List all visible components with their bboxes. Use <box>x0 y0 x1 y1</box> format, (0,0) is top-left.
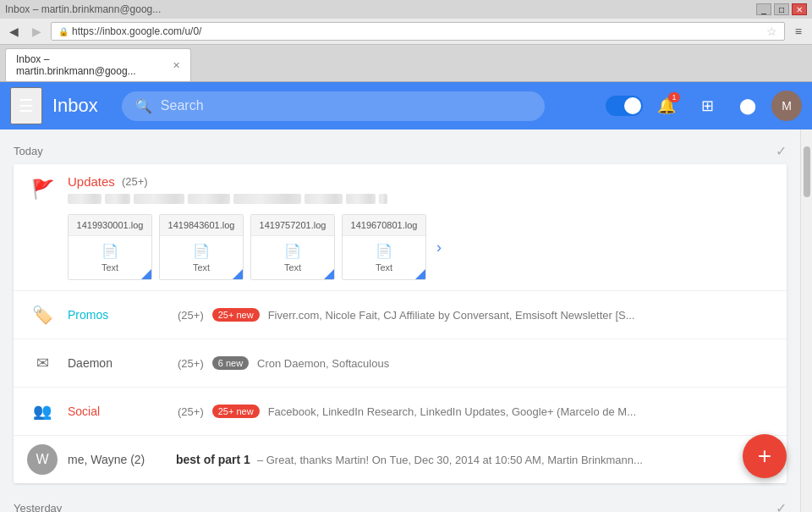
active-tab[interactable]: Inbox – martin.brinkmann@goog... ✕ <box>5 48 191 81</box>
me-snippet: – Great, thanks Martin! On Tue, Dec 30, … <box>257 454 643 466</box>
window-controls: _ □ ✕ <box>756 3 807 15</box>
search-input[interactable] <box>161 98 531 113</box>
updates-title-row: Updates (25+) <box>68 174 773 189</box>
me-subject: best of part 1 <box>176 453 250 466</box>
social-people-icon: 👥 <box>33 402 52 421</box>
attachment-type-0: Text <box>102 262 118 273</box>
attachment-card-3[interactable]: 1419670801.log 📄 Text <box>342 214 426 280</box>
maximize-button[interactable]: □ <box>774 3 789 15</box>
flag-icon: 🚩 <box>31 179 54 201</box>
top-navigation: ☰ Inbox 🔍 🔔 1 ⊞ ⬤ M <box>0 82 812 129</box>
user-avatar[interactable]: M <box>771 91 802 121</box>
bookmark-star-icon[interactable]: ☆ <box>766 25 777 38</box>
compose-fab-button[interactable]: + <box>743 434 787 478</box>
envelope-icon: ✉ <box>36 354 49 372</box>
social-row[interactable]: 👥 Social (25+) 25+ new Facebook, LinkedI… <box>14 388 787 436</box>
attachment-preview-3: 📄 Text <box>343 236 425 279</box>
content-area: Today ✓ 🚩 Updates (25+) <box>0 129 800 512</box>
section-check-icon[interactable]: ✓ <box>776 143 787 159</box>
daemon-count: (25+) <box>178 357 204 370</box>
compose-plus-icon: + <box>758 443 771 470</box>
doc-icon-2: 📄 <box>284 243 301 259</box>
circle-button[interactable]: ⬤ <box>731 89 765 123</box>
scrollbar[interactable] <box>800 129 812 512</box>
updates-preview-text <box>68 194 773 207</box>
today-label: Today <box>14 145 43 157</box>
nav-actions: 🔔 1 ⊞ ⬤ M <box>606 89 802 123</box>
daemon-new-badge: 6 new <box>212 356 249 370</box>
daemon-senders: Cron Daemon, Softaculous <box>257 357 389 370</box>
notification-badge: 1 <box>668 92 680 102</box>
browser-title-text: Inbox – martin.brinkmann@goog... <box>5 3 161 15</box>
daemon-envelope-icon: ✉ <box>27 348 58 378</box>
apps-grid-button[interactable]: ⊞ <box>690 89 724 123</box>
doc-icon-1: 📄 <box>193 243 210 259</box>
attachment-card-1[interactable]: 1419843601.log 📄 Text <box>159 214 244 280</box>
inbox-toggle[interactable] <box>606 96 643 116</box>
promos-title: Promos <box>68 308 169 322</box>
yesterday-section: Yesterday ✓ <box>14 490 787 512</box>
attachment-preview-0: 📄 Text <box>69 236 151 279</box>
attachment-type-3: Text <box>376 262 392 273</box>
social-icon-wrap: 👥 <box>27 396 58 427</box>
attachment-filename-2: 1419757201.log <box>251 215 334 236</box>
attachment-preview-2: 📄 Text <box>251 236 334 279</box>
attach-corner-1 <box>233 269 243 279</box>
daemon-row[interactable]: ✉ Daemon (25+) 6 new Cron Daemon, Softac… <box>14 339 787 388</box>
me-senders: me, Wayne (2) <box>68 453 169 466</box>
promos-content: Promos (25+) 25+ new Fiverr.com, Nicole … <box>68 308 773 322</box>
attachment-card-0[interactable]: 1419930001.log 📄 Text <box>68 214 152 280</box>
tag-icon: 🏷️ <box>32 305 53 325</box>
more-attachments-indicator: › <box>433 214 445 280</box>
close-button[interactable]: ✕ <box>792 3 807 15</box>
promos-tag-icon: 🏷️ <box>27 300 58 330</box>
hamburger-menu-button[interactable]: ☰ <box>10 87 42 124</box>
attachment-preview-1: 📄 Text <box>160 236 243 279</box>
search-bar[interactable]: 🔍 <box>122 91 545 121</box>
url-text: https://inbox.google.com/u/0/ <box>72 25 201 37</box>
forward-button[interactable]: ▶ <box>28 23 46 40</box>
avatar-initials: M <box>782 99 792 113</box>
attachment-filename-3: 1419670801.log <box>343 215 425 236</box>
attachment-filename-0: 1419930001.log <box>69 215 151 236</box>
app-title: Inbox <box>52 95 98 117</box>
notifications-button[interactable]: 🔔 1 <box>650 89 683 123</box>
tab-bar: Inbox – martin.brinkmann@goog... ✕ <box>0 45 812 81</box>
social-new-badge: 25+ new <box>212 405 260 418</box>
me-row-content: me, Wayne (2) best of part 1 – Great, th… <box>68 453 773 466</box>
attachment-card-2[interactable]: 1419757201.log 📄 Text <box>250 214 335 280</box>
doc-icon-0: 📄 <box>102 243 118 259</box>
scroll-thumb[interactable] <box>804 146 810 197</box>
toggle-knob <box>624 97 641 114</box>
updates-row[interactable]: 🚩 Updates (25+) <box>14 164 787 291</box>
back-button[interactable]: ◀ <box>5 23 23 40</box>
attachments-preview: 1419930001.log 📄 Text 1419843601.log <box>68 214 773 280</box>
daemon-content: Daemon (25+) 6 new Cron Daemon, Softacul… <box>68 356 773 370</box>
promos-count: (25+) <box>178 309 204 322</box>
wayne-avatar-letter: W <box>36 452 48 467</box>
social-count: (25+) <box>178 405 204 418</box>
updates-bundle-info: Updates (25+) <box>68 174 773 280</box>
attachment-type-1: Text <box>193 262 210 273</box>
promos-senders: Fiverr.com, Nicole Fait, CJ Affiliate by… <box>268 309 635 322</box>
wayne-avatar: W <box>27 444 58 475</box>
browser-toolbar: ◀ ▶ 🔒 https://inbox.google.com/u/0/ ☆ ≡ <box>0 19 812 45</box>
attachment-filename-1: 1419843601.log <box>160 215 243 236</box>
daemon-title: Daemon <box>68 356 169 370</box>
address-bar[interactable]: 🔒 https://inbox.google.com/u/0/ ☆ <box>51 22 785 41</box>
attachment-type-2: Text <box>284 262 301 273</box>
today-section-header: Today ✓ <box>14 140 787 164</box>
promos-new-badge: 25+ new <box>212 308 260 322</box>
social-content: Social (25+) 25+ new Facebook, LinkedIn … <box>68 405 773 418</box>
doc-icon-3: 📄 <box>376 243 392 259</box>
browser-menu-button[interactable]: ≡ <box>790 23 807 40</box>
yesterday-section-header: Yesterday ✓ <box>14 497 787 512</box>
yesterday-label: Yesterday <box>14 502 62 512</box>
me-wayne-row[interactable]: W me, Wayne (2) best of part 1 – Great, … <box>14 436 787 483</box>
attach-corner-0 <box>141 269 151 279</box>
promos-row[interactable]: 🏷️ Promos (25+) 25+ new Fiverr.com, Nico… <box>14 291 787 339</box>
yesterday-check-icon[interactable]: ✓ <box>776 500 787 512</box>
minimize-button[interactable]: _ <box>756 3 771 15</box>
updates-flag-icon: 🚩 <box>27 174 58 205</box>
tab-close-button[interactable]: ✕ <box>173 60 180 71</box>
